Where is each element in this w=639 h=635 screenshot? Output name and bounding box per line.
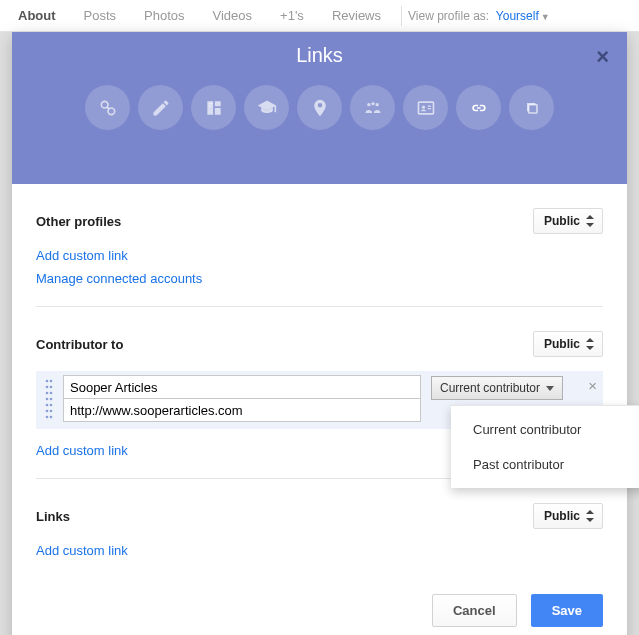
svg-point-10 xyxy=(46,386,49,389)
svg-point-11 xyxy=(50,386,53,389)
svg-point-17 xyxy=(50,404,53,407)
other-icon[interactable] xyxy=(509,85,554,130)
close-icon[interactable]: × xyxy=(596,46,609,68)
cancel-button[interactable]: Cancel xyxy=(432,594,517,627)
visibility-label: Public xyxy=(544,509,580,523)
tab-about[interactable]: About xyxy=(4,0,70,31)
svg-point-8 xyxy=(46,380,49,383)
contributor-type-label: Current contributor xyxy=(440,381,540,395)
section-other-profiles: Other profiles Public Add custom link Ma… xyxy=(36,184,603,307)
option-past-contributor[interactable]: Past contributor xyxy=(451,447,639,482)
contributor-url-input[interactable] xyxy=(63,398,421,422)
contributor-visibility[interactable]: Public xyxy=(533,331,603,357)
other-profiles-visibility[interactable]: Public xyxy=(533,208,603,234)
links-title: Links xyxy=(36,509,70,524)
tab-plus-ones[interactable]: +1's xyxy=(266,0,318,31)
svg-point-21 xyxy=(50,416,53,419)
places-icon[interactable] xyxy=(297,85,342,130)
links-icon[interactable] xyxy=(456,85,501,130)
education-icon[interactable] xyxy=(244,85,289,130)
triangle-down-icon xyxy=(546,386,554,391)
svg-rect-4 xyxy=(209,105,210,106)
select-arrows-icon xyxy=(586,338,594,350)
add-custom-link-other-profiles[interactable]: Add custom link xyxy=(36,248,603,263)
option-current-contributor[interactable]: Current contributor xyxy=(451,412,639,447)
modal-header: × Links xyxy=(12,32,627,184)
contact-icon[interactable] xyxy=(403,85,448,130)
links-visibility[interactable]: Public xyxy=(533,503,603,529)
drag-handle-icon[interactable] xyxy=(45,377,53,425)
svg-point-9 xyxy=(50,380,53,383)
work-icon[interactable] xyxy=(191,85,236,130)
svg-point-16 xyxy=(46,404,49,407)
contributor-type-menu: Current contributor Past contributor xyxy=(451,405,639,488)
category-row xyxy=(12,85,627,130)
view-as-selector[interactable]: View profile as: Yourself▼ xyxy=(408,9,550,23)
divider xyxy=(401,6,402,26)
modal-title: Links xyxy=(12,44,627,67)
manage-connected-accounts[interactable]: Manage connected accounts xyxy=(36,271,603,286)
tab-posts[interactable]: Posts xyxy=(70,0,131,31)
profile-top-nav: About Posts Photos Videos +1's Reviews V… xyxy=(0,0,639,32)
remove-contributor-icon[interactable]: × xyxy=(588,377,597,394)
svg-point-19 xyxy=(50,410,53,413)
relationship-icon[interactable] xyxy=(350,85,395,130)
svg-point-6 xyxy=(421,105,424,108)
section-links: Links Public Add custom link xyxy=(36,479,603,578)
modal-body: Other profiles Public Add custom link Ma… xyxy=(12,184,627,578)
contributor-label-input[interactable] xyxy=(63,375,421,399)
svg-rect-3 xyxy=(211,103,212,104)
svg-point-15 xyxy=(50,398,53,401)
other-profiles-title: Other profiles xyxy=(36,214,121,229)
svg-point-20 xyxy=(46,416,49,419)
svg-point-13 xyxy=(50,392,53,395)
visibility-label: Public xyxy=(544,337,580,351)
svg-rect-5 xyxy=(418,102,433,114)
view-as-label: View profile as: xyxy=(408,9,489,23)
contributor-type-dropdown[interactable]: Current contributor xyxy=(431,376,563,400)
tab-videos[interactable]: Videos xyxy=(199,0,267,31)
svg-rect-2 xyxy=(209,103,210,104)
modal-footer: Cancel Save xyxy=(12,578,627,635)
tab-photos[interactable]: Photos xyxy=(130,0,198,31)
svg-point-18 xyxy=(46,410,49,413)
tab-reviews[interactable]: Reviews xyxy=(318,0,395,31)
visibility-label: Public xyxy=(544,214,580,228)
contributor-title: Contributor to xyxy=(36,337,123,352)
select-arrows-icon xyxy=(586,215,594,227)
tagline-icon[interactable] xyxy=(138,85,183,130)
select-arrows-icon xyxy=(586,510,594,522)
view-as-value: Yourself xyxy=(496,9,539,23)
svg-rect-7 xyxy=(528,104,536,112)
add-custom-link-links[interactable]: Add custom link xyxy=(36,543,603,558)
svg-point-14 xyxy=(46,398,49,401)
chevron-down-icon: ▼ xyxy=(541,12,550,22)
links-edit-modal: × Links Other profiles Public Add custom… xyxy=(12,32,627,635)
story-icon[interactable] xyxy=(85,85,130,130)
svg-point-12 xyxy=(46,392,49,395)
save-button[interactable]: Save xyxy=(531,594,603,627)
